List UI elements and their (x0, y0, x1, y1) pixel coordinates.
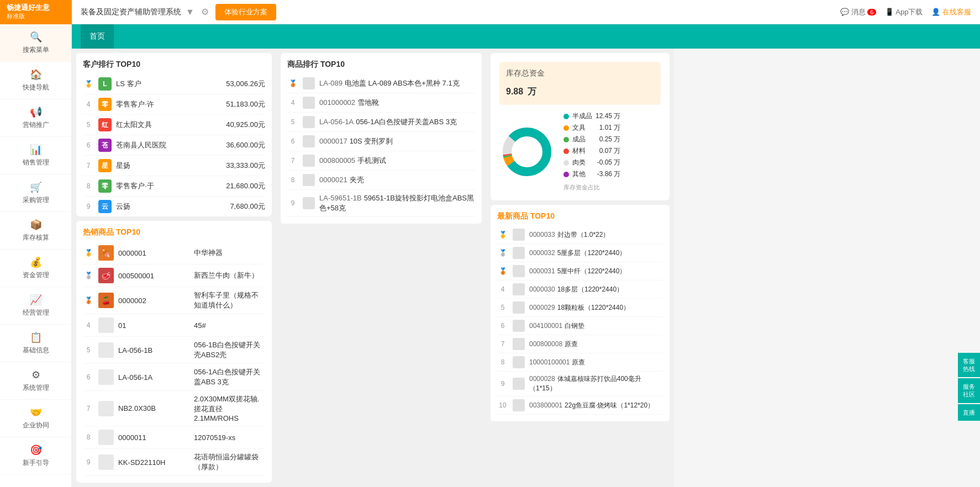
sidebar-item-marketing[interactable]: 📢 营销推广 (0, 99, 71, 137)
customer-amount: 21,680.00元 (226, 181, 265, 191)
trial-button[interactable]: 体验行业方案 (215, 4, 276, 20)
main-content: 客户排行 TOP10 🥇 L LS 客户 53,006.26元 4 零 零售客户… (72, 49, 980, 487)
header-right: 💬 消息 6 📱 App下载 👤 在线客服 (840, 7, 971, 17)
float-service: 客服热线 服务社区 直播 (958, 353, 980, 421)
rank-number: 7 (83, 162, 94, 170)
rank-number: 9 (287, 199, 298, 207)
legend-color (563, 149, 569, 154)
message-btn[interactable]: 💬 消息 6 (840, 7, 876, 17)
rank-number: 6 (497, 322, 508, 330)
online-service-btn[interactable]: 👤 在线客服 (931, 7, 971, 17)
product-image: 🍒 (98, 293, 114, 308)
product-name: 2.0X30MM双搓花轴.搓花直径2.1MM/ROHS (194, 394, 265, 422)
product-info: 000800005手机测试 (319, 156, 475, 166)
sidebar-operations-label: 经营管理 (23, 308, 49, 317)
product-image (98, 454, 114, 470)
sidebar-marketing-label: 营销推广 (23, 120, 49, 130)
legend-label: 其他 (572, 170, 594, 179)
product-name: 056-1B白色按键开关壳ABS2壳 (194, 340, 265, 360)
product-info: 000001710S 变刑罗刹 (319, 136, 475, 146)
inventory-title: 库存总资金 (506, 68, 654, 78)
customer-amount: 40,925.00元 (226, 120, 265, 130)
list-item: 9 KK-SD22110H 花语萌恒温分罐罐袋（厚款） (83, 449, 265, 476)
product-info: 0000021夹壳 (319, 175, 475, 185)
product-image (98, 342, 114, 358)
logo-title: 畅捷通好生意 (7, 3, 50, 13)
rank-number: 10 (497, 401, 508, 409)
sidebar-item-sales[interactable]: 📊 销售管理 (0, 137, 71, 174)
list-item: 8 10000100001原查 (497, 353, 663, 372)
product-image (513, 356, 525, 368)
sidebar-item-guide[interactable]: 🎯 新手引导 (0, 437, 71, 475)
list-item: 7 NB2.0X30B 2.0X30MM双搓花轴.搓花直径2.1MM/ROHS (83, 391, 265, 426)
list-item: 8 0000011 12070519-xs (83, 426, 265, 449)
list-item: 6 苍 苍南县人民医院 36,600.00元 (83, 135, 265, 156)
rank-number: 8 (287, 176, 298, 184)
list-item: 8 0000021夹壳 (287, 171, 475, 190)
sidebar-item-system[interactable]: ⚙ 系统管理 (0, 362, 71, 400)
sidebar-guide-label: 新手引导 (23, 458, 49, 468)
tab-home[interactable]: 首页 (81, 24, 114, 49)
hot-products-card: 热销商品 TOP10 🥇 🍖 0000001 中华神器 🥈 🥩 00050000… (76, 221, 272, 483)
list-item: 5 LA-056-1B 056-1B白色按键开关壳ABS2壳 (83, 337, 265, 364)
sidebar: 🔍 搜索菜单 🏠 快捷导航 📢 营销推广 📊 销售管理 🛒 采购管理 📦 库存核… (0, 24, 72, 487)
customer-amount: 53,006.26元 (226, 79, 265, 89)
chart-legend: 半成品 12.45 万 文具 1.01 万 成品 0 (563, 112, 620, 192)
middle-panel: 商品排行 TOP10 🥉 LA-089电池盖 LA-089 ABS本色+黑种 7… (276, 49, 486, 487)
sidebar-basic-info-label: 基础信息 (23, 346, 49, 355)
product-code: 000500001 (118, 272, 189, 280)
hot-products-title: 热销商品 TOP10 (83, 227, 265, 237)
product-info: 00000315厘中纤（1220*2440） (529, 267, 663, 276)
legend-item: 肉类 -0.05 万 (563, 158, 620, 167)
product-name: 45# (194, 321, 265, 330)
customer-badge: 红 (98, 118, 112, 131)
product-name: 中华神器 (194, 248, 265, 258)
sidebar-item-inventory[interactable]: 📦 库存核算 (0, 212, 71, 250)
left-panel: 客户排行 TOP10 🥇 L LS 客户 53,006.26元 4 零 零售客户… (72, 49, 276, 487)
system-name: 装备及固定资产辅助管理系统 (81, 7, 181, 17)
product-image (303, 197, 315, 209)
dropdown-icon[interactable]: ▼ (186, 7, 194, 17)
sidebar-item-search[interactable]: 🔍 搜索菜单 (0, 24, 71, 62)
customer-ranking-title: 客户排行 TOP10 (83, 60, 265, 70)
customer-badge: 零 (98, 179, 112, 193)
rank-medal: 🥇 (83, 80, 94, 88)
list-item: 4 零 零售客户·许 51,183.00元 (83, 94, 265, 115)
inventory-icon: 📦 (30, 219, 42, 231)
float-live[interactable]: 直播 (958, 404, 980, 421)
legend-label: 成品 (572, 135, 596, 144)
customer-amount: 36,600.00元 (226, 140, 265, 150)
list-item: 5 LA-056-1A056-1A白色按键开关盖ABS 3克 (287, 113, 475, 132)
rank-medal: 🥉 (287, 80, 298, 87)
sidebar-item-enterprise[interactable]: 🤝 企业协同 (0, 400, 71, 437)
rank-medal: 🥉 (497, 267, 508, 275)
product-image (513, 378, 525, 390)
sidebar-item-basic-info[interactable]: 📋 基础信息 (0, 325, 71, 362)
list-item: 7 000800005手机测试 (287, 151, 475, 171)
legend-value: 0.07 万 (599, 146, 621, 156)
list-item: 6 LA-056-1A 056-1A白色按键开关盖ABS 3克 (83, 364, 265, 391)
product-code: LA-056-1B (118, 346, 189, 354)
float-customer-service[interactable]: 客服热线 (958, 353, 980, 378)
product-code: KK-SD22110H (118, 458, 189, 467)
product-info: 004100001白钢垫 (529, 321, 663, 331)
rank-number: 6 (83, 373, 94, 381)
sidebar-item-nav[interactable]: 🏠 快捷导航 (0, 62, 71, 99)
inventory-card: 库存总资金 9.88 万 (491, 53, 670, 200)
sidebar-item-purchase[interactable]: 🛒 采购管理 (0, 174, 71, 212)
rank-number: 9 (83, 203, 94, 210)
settings-icon[interactable]: ⚙ (201, 7, 209, 17)
product-code: 01 (118, 321, 189, 330)
svg-point-1 (507, 132, 547, 172)
customer-name: 红太阳文具 (116, 120, 222, 130)
app-download-btn[interactable]: 📱 App下载 (885, 7, 923, 17)
float-community[interactable]: 服务社区 (958, 378, 980, 403)
sidebar-item-finance[interactable]: 💰 资金管理 (0, 250, 71, 287)
sidebar-item-operations[interactable]: 📈 经营管理 (0, 287, 71, 325)
customer-badge: 云 (98, 200, 112, 213)
product-image: 🍖 (98, 245, 114, 261)
customer-badge: 星 (98, 159, 112, 172)
new-products-card: 最新商品 TOP10 🥇 0000033封边带（1.0*22） 🥈 000003… (491, 205, 670, 421)
rank-number: 7 (287, 157, 298, 165)
rank-medal: 🥈 (497, 249, 508, 257)
